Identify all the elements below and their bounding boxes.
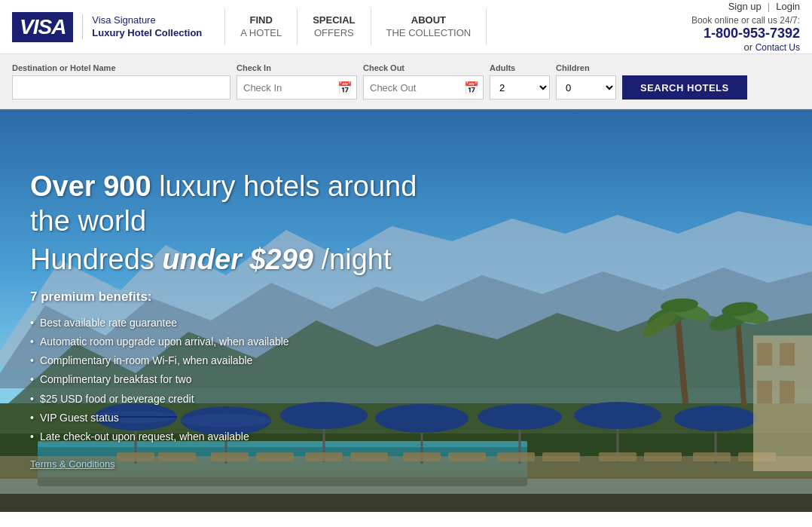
nav-item-about[interactable]: ABOUT THE COLLECTION	[371, 8, 487, 46]
destination-label: Destination or Hotel Name	[12, 63, 230, 72]
benefit-6: VIP Guest status	[30, 409, 422, 427]
login-link[interactable]: Login	[776, 1, 800, 12]
search-hotels-button[interactable]: SEARCH HOTELS	[622, 75, 747, 100]
adults-field: Adults 1 2 3 4	[490, 63, 550, 100]
hero-benefits-list: Best available rate guarantee Automatic …	[30, 314, 422, 446]
benefit-7: Late check-out upon request, when availa…	[30, 427, 422, 446]
hero-headline-bold: Over 900	[30, 170, 151, 202]
destination-field: Destination or Hotel Name	[12, 63, 230, 100]
benefit-3: Complimentary in-room Wi-Fi, when availa…	[30, 351, 422, 370]
brand-line1: Visa Signature	[92, 14, 202, 27]
checkout-input[interactable]	[363, 75, 484, 100]
benefit-2: Automatic room upgrade upon arrival, whe…	[30, 332, 422, 351]
visa-brand-text: Visa Signature Luxury Hotel Collection	[82, 14, 202, 40]
auth-separator: |	[768, 1, 770, 12]
hero-benefits-title: 7 premium benefits:	[30, 290, 422, 305]
nav-item-special[interactable]: SPECIAL OFFERS	[298, 8, 371, 46]
phone-number: 1-800-953-7392	[691, 26, 800, 41]
nav-special-line1: SPECIAL	[313, 14, 355, 27]
nav-about-line2: THE COLLECTION	[386, 27, 472, 40]
hero-headline: Over 900 luxury hotels around the world	[30, 170, 422, 238]
hero-subheadline-normal: Hundreds	[30, 244, 154, 275]
nav-item-find[interactable]: FIND A HOTEL	[225, 8, 298, 46]
nav-special-line2: OFFERS	[313, 27, 355, 40]
hero-subheadline-suffix: /night	[322, 244, 392, 275]
nav-about-line1: ABOUT	[386, 14, 472, 27]
header: VISA Visa Signature Luxury Hotel Collect…	[0, 0, 812, 54]
checkin-field: Check In 📅	[237, 63, 357, 100]
sign-up-link[interactable]: Sign up	[728, 1, 762, 12]
benefit-5: $25 USD food or beverage credit	[30, 390, 422, 409]
checkout-field: Check Out 📅	[363, 63, 484, 100]
adults-label: Adults	[490, 63, 550, 72]
search-bar: Destination or Hotel Name Check In 📅 Che…	[0, 54, 812, 109]
hero-text: Over 900 luxury hotels around the world …	[30, 170, 422, 470]
hero-subheadline-bold: under $299	[162, 244, 313, 275]
children-field: Children 0 1 2 3	[556, 63, 616, 100]
destination-input[interactable]	[12, 75, 230, 100]
hero-section: Over 900 luxury hotels around the world …	[0, 109, 812, 512]
children-select[interactable]: 0 1 2 3	[556, 75, 616, 100]
main-nav: FIND A HOTEL SPECIAL OFFERS ABOUT THE CO…	[224, 8, 487, 46]
auth-links: Sign up | Login	[691, 1, 800, 12]
brand-line2: Luxury Hotel Collection	[92, 27, 202, 40]
checkout-label: Check Out	[363, 63, 484, 72]
book-text: Book online or call us 24/7:	[691, 15, 800, 26]
adults-select[interactable]: 1 2 3 4	[490, 75, 550, 100]
checkin-label: Check In	[237, 63, 357, 72]
header-right: Sign up | Login Book online or call us 2…	[691, 1, 800, 53]
terms-conditions-link[interactable]: Terms & Conditions	[30, 458, 115, 470]
contact-us-link[interactable]: Contact Us	[756, 42, 800, 53]
benefit-4: Complimentary breakfast for two	[30, 370, 422, 389]
contact-or: or	[743, 41, 752, 53]
hero-subheadline: Hundreds under $299 /night	[30, 243, 422, 277]
visa-logo: VISA	[12, 12, 73, 42]
benefit-1: Best available rate guarantee	[30, 314, 422, 332]
logo-area: VISA Visa Signature Luxury Hotel Collect…	[12, 12, 202, 42]
nav-find-line2: A HOTEL	[240, 27, 282, 40]
nav-find-line1: FIND	[240, 14, 282, 27]
checkin-input[interactable]	[237, 75, 357, 100]
children-label: Children	[556, 63, 616, 72]
contact-line: or Contact Us	[691, 41, 800, 53]
